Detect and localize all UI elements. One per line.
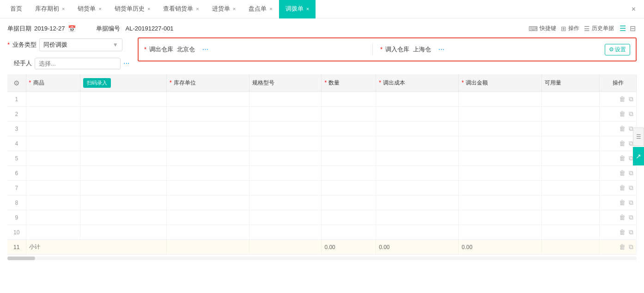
ops-btn[interactable]: ⊞ 操作 — [561, 24, 579, 32]
tab-inventory-init-close[interactable]: × — [62, 6, 65, 12]
table-cell-cost — [376, 166, 459, 181]
history-btn[interactable]: ☰ 历史单据 — [584, 24, 614, 32]
window-close-button[interactable]: × — [627, 5, 640, 13]
row-copy-icon[interactable]: ⧉ — [629, 95, 633, 103]
left-form: * 业务类型 同价调拨 ▼ 经手人 ··· — [7, 37, 132, 71]
table-cell-unit — [167, 92, 249, 107]
tab-view-sales[interactable]: 查看销货单 × — [157, 0, 205, 18]
scroll-thumb — [7, 256, 35, 260]
row-copy-icon[interactable]: ⧉ — [629, 214, 633, 221]
float-list-btn[interactable]: ☰ — [633, 128, 644, 146]
table-settings-gear-icon[interactable]: ⚙ — [13, 79, 19, 87]
row-delete-icon[interactable]: 🗑 — [619, 140, 626, 147]
subtotal-label: 小计 — [26, 240, 167, 255]
subtotal-amount: 0.00 — [459, 240, 541, 255]
table-cell-product[interactable] — [26, 151, 80, 166]
row-delete-icon[interactable]: 🗑 — [619, 199, 626, 206]
table-cell-qty — [322, 136, 376, 151]
in-warehouse-dots[interactable]: ··· — [438, 45, 444, 54]
delete-icon[interactable]: 🗑 — [619, 243, 626, 250]
row-delete-icon[interactable]: 🗑 — [619, 169, 626, 177]
row-delete-icon[interactable]: 🗑 — [619, 110, 626, 117]
layout-list-btn[interactable]: ☰ — [619, 23, 627, 34]
wh-setting-btn[interactable]: ⚙ 设置 — [605, 44, 630, 55]
copy-icon[interactable]: ⧉ — [629, 243, 633, 250]
out-warehouse-dots[interactable]: ··· — [202, 45, 208, 54]
table-cell-amount — [459, 151, 541, 166]
tab-home[interactable]: 首页 — [4, 0, 29, 18]
row-copy-icon[interactable]: ⧉ — [629, 110, 633, 117]
shortcut-label: 快捷键 — [540, 24, 556, 32]
th-qty-label: 数量 — [328, 79, 340, 86]
calendar-icon[interactable]: 📅 — [68, 25, 76, 32]
table-cell-product[interactable] — [26, 107, 80, 122]
table-row-num: 9 — [7, 210, 26, 225]
table-cell-spec — [249, 136, 322, 151]
table-row: 3 🗑 ⧉ — [7, 122, 637, 136]
table-cell-available — [541, 151, 599, 166]
table-cell-product[interactable] — [26, 195, 80, 210]
subtotal-cost: 0.00 — [376, 240, 459, 255]
out-wh-required: * — [144, 46, 146, 53]
table-cell-amount — [459, 195, 541, 210]
row-copy-icon[interactable]: ⧉ — [629, 199, 633, 206]
in-warehouse-field: * 调入仓库 上海仓 ··· — [380, 45, 601, 54]
th-ops-label: 操作 — [613, 79, 624, 86]
row-copy-icon[interactable]: ⧉ — [629, 169, 633, 177]
tab-view-sales-close[interactable]: × — [196, 6, 199, 12]
biz-type-select[interactable]: 同价调拨 ▼ — [39, 38, 122, 51]
table-cell-qty — [322, 151, 376, 166]
scroll-bar-area[interactable] — [7, 256, 637, 260]
tab-inventory-init[interactable]: 库存期初 × — [29, 0, 71, 18]
tab-transfer[interactable]: 调拨单 × — [279, 0, 316, 18]
tab-sales-close[interactable]: × — [98, 6, 101, 12]
row-delete-icon[interactable]: 🗑 — [619, 184, 626, 191]
table-cell-amount — [459, 107, 541, 122]
out-warehouse-value: 北京仓 — [177, 45, 195, 54]
tab-inventory-close[interactable]: × — [269, 6, 272, 12]
tab-bar: 首页 库存期初 × 销货单 × 销货单历史 × 查看销货单 × 进货单 × 盘点… — [0, 0, 644, 18]
table-cell-product[interactable] — [26, 136, 80, 151]
scan-btn[interactable]: 扫码录入 — [83, 78, 111, 88]
tab-sales[interactable]: 销货单 × — [71, 0, 108, 18]
tab-transfer-close[interactable]: × — [306, 6, 309, 12]
table-cell-amount — [459, 122, 541, 136]
handler-dots[interactable]: ··· — [123, 59, 129, 67]
subtotal-num: 11 — [7, 240, 26, 255]
row-copy-icon[interactable]: ⧉ — [629, 184, 633, 191]
in-warehouse-value: 上海仓 — [413, 45, 431, 54]
table-cell-product[interactable] — [26, 225, 80, 240]
layout-grid-btn[interactable]: ⊟ — [629, 23, 637, 34]
float-expand-btn[interactable]: ↗ — [633, 147, 644, 165]
table-cell-product[interactable] — [26, 181, 80, 195]
th-spec: 规格型号 — [249, 74, 322, 92]
table-cell-product[interactable] — [26, 166, 80, 181]
table-row-num: 1 — [7, 92, 26, 107]
th-unit: * 库存单位 — [167, 74, 249, 92]
th-qty: * 数量 — [322, 74, 376, 92]
table-cell-product[interactable] — [26, 122, 80, 136]
th-amount-label: 调出金额 — [466, 79, 488, 86]
row-delete-icon[interactable]: 🗑 — [619, 214, 626, 221]
tab-purchase-close[interactable]: × — [233, 6, 236, 12]
tab-sales-history[interactable]: 销货单历史 × — [108, 0, 157, 18]
row-delete-icon[interactable]: 🗑 — [619, 95, 626, 103]
table-cell-cost — [376, 122, 459, 136]
table-cell-product[interactable] — [26, 92, 80, 107]
row-delete-icon[interactable]: 🗑 — [619, 228, 626, 236]
row-copy-icon[interactable]: ⧉ — [629, 228, 633, 236]
table-cell-product[interactable] — [26, 210, 80, 225]
tab-view-sales-label: 查看销货单 — [163, 5, 193, 13]
row-delete-icon[interactable]: 🗑 — [619, 154, 626, 162]
handler-input[interactable] — [35, 58, 121, 69]
table-cell-scan — [80, 181, 167, 195]
tab-sales-history-close[interactable]: × — [147, 6, 150, 12]
table-cell-scan — [80, 210, 167, 225]
row-delete-icon[interactable]: 🗑 — [619, 125, 626, 132]
chevron-down-icon: ▼ — [113, 42, 118, 48]
table-row-num: 4 — [7, 136, 26, 151]
tab-purchase[interactable]: 进货单 × — [206, 0, 242, 18]
tab-inventory[interactable]: 盘点单 × — [242, 0, 279, 18]
th-product-label: 商品 — [33, 79, 44, 86]
shortcut-btn[interactable]: ⌨ 快捷键 — [529, 24, 556, 32]
